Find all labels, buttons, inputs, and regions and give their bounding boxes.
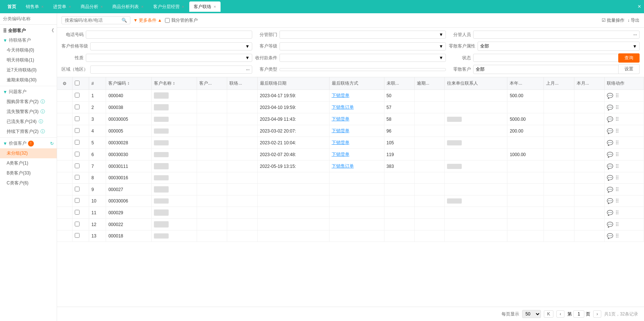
comment-icon[interactable]: 💬	[607, 210, 613, 216]
grid-action-icon[interactable]: ⠿	[615, 222, 619, 227]
prev-page-btn[interactable]: ‹	[556, 310, 564, 318]
row-checkbox[interactable]	[75, 116, 80, 121]
select-all-checkbox[interactable]	[75, 81, 80, 85]
sidebar-group-problem[interactable]: ▼ 问题客户	[0, 87, 57, 97]
grid-action-icon[interactable]: ⠿	[615, 210, 619, 216]
last-month-col-header[interactable]: 上月...	[544, 77, 574, 90]
tab-bar-close[interactable]: ×	[638, 3, 641, 10]
more-conditions-btn[interactable]: ▼ 更多条件 ▲	[133, 17, 162, 24]
per-page-select[interactable]: 50 100	[522, 310, 541, 318]
contact-method-link[interactable]: 下销货单	[332, 128, 349, 133]
grid-action-icon[interactable]: ⠿	[615, 163, 619, 169]
comment-icon[interactable]: 💬	[607, 152, 613, 158]
grid-action-icon[interactable]: ⠿	[615, 187, 619, 193]
sidebar-all-customers[interactable]: ⠿ 全部客户 《	[0, 25, 57, 35]
sidebar-item-unclassified[interactable]: 未分组(32)	[0, 148, 57, 158]
last-contact-method-col-header[interactable]: 最后联络方式	[329, 77, 384, 90]
overdue-col-header[interactable]: 逾期...	[414, 77, 444, 90]
row-checkbox[interactable]	[75, 152, 80, 156]
search-input[interactable]	[65, 18, 120, 23]
comment-icon[interactable]: 💬	[607, 233, 613, 239]
tab-product-analysis-list[interactable]: 商品分析列表 ×	[108, 1, 148, 12]
sidebar-item-7days[interactable]: 近7天待联络(0)	[0, 65, 57, 75]
grid-action-icon[interactable]: ⠿	[615, 152, 619, 158]
next-page-btn[interactable]: ›	[593, 310, 601, 318]
row-checkbox[interactable]	[75, 140, 80, 145]
sidebar-item-overdue[interactable]: 逾期未联络(30)	[0, 75, 57, 85]
comment-icon[interactable]: 💬	[607, 198, 613, 204]
tab-customer-segment-close[interactable]: ×	[182, 4, 184, 9]
code-col-header[interactable]: 客户编码 ↕	[106, 77, 151, 90]
tab-product-analysis-close[interactable]: ×	[101, 4, 103, 9]
row-checkbox[interactable]	[75, 198, 80, 203]
row-checkbox[interactable]	[75, 222, 80, 226]
sidebar-item-class-b[interactable]: B类客户(33)	[0, 168, 57, 178]
retail-customer-select[interactable]: 全部 ▼	[473, 65, 640, 74]
row-checkbox[interactable]	[75, 128, 80, 133]
grid-action-icon[interactable]: ⠿	[615, 93, 619, 99]
grid-action-icon[interactable]: ⠿	[615, 116, 619, 122]
customer-type-select[interactable]	[279, 68, 446, 71]
name-col-header[interactable]: 客户名称 ↕	[151, 77, 197, 90]
row-checkbox[interactable]	[75, 187, 80, 191]
comment-icon[interactable]: 💬	[607, 163, 613, 169]
property-select[interactable]: ▼	[86, 54, 252, 62]
tab-product-analysis[interactable]: 商品分析 ×	[76, 1, 107, 12]
retail-attr-select[interactable]: 全部 ▼	[478, 42, 640, 51]
batch-operation-btn[interactable]: ☑ 批量操作	[602, 17, 624, 24]
contact-method-link[interactable]: 下销货单	[332, 140, 349, 145]
query-button[interactable]: 查询	[618, 53, 640, 63]
tab-sales-close[interactable]: ×	[41, 4, 43, 9]
row-checkbox[interactable]	[75, 210, 80, 215]
sidebar-item-holding-order[interactable]: 持续下滑客户(2) ⓘ	[0, 127, 57, 137]
type-col-header[interactable]: 客户...	[197, 77, 227, 90]
customer-level-select[interactable]: ▼	[279, 42, 446, 50]
grid-action-icon[interactable]: ⠿	[615, 128, 619, 134]
my-customers-checkbox[interactable]	[165, 18, 170, 23]
sidebar-item-loss-risk[interactable]: 流失预警客户(3) ⓘ	[0, 107, 57, 117]
contact-col-header[interactable]: 联络...	[227, 77, 257, 90]
comment-icon[interactable]: 💬	[607, 128, 613, 134]
grid-action-icon[interactable]: ⠿	[615, 233, 619, 239]
sidebar-collapse-btn[interactable]: 《	[49, 28, 54, 34]
grid-action-icon[interactable]: ⠿	[615, 175, 619, 181]
tab-customer-contact-close[interactable]: ×	[214, 4, 216, 9]
this-year-col-header[interactable]: 本年...	[507, 77, 544, 90]
comment-icon[interactable]: 💬	[607, 140, 613, 146]
value-refresh-icon[interactable]: ↻	[50, 141, 54, 146]
sidebar-item-today[interactable]: 今天待联络(0)	[0, 45, 57, 55]
dept-select[interactable]: ▼	[279, 31, 446, 39]
comment-icon[interactable]: 💬	[607, 105, 613, 110]
contact-method-link[interactable]: 下销货单	[332, 116, 349, 121]
tab-customer-segment[interactable]: 客户分层经营 ×	[149, 1, 189, 12]
contact-method-link[interactable]: 下销售订单	[332, 163, 354, 169]
grid-action-icon[interactable]: ⠿	[615, 198, 619, 204]
tab-home[interactable]: 首页	[3, 1, 21, 12]
tab-purchase-close[interactable]: ×	[68, 4, 71, 9]
price-level-select[interactable]: ▼	[90, 42, 252, 50]
grid-action-icon[interactable]: ⠿	[615, 140, 619, 146]
sidebar-item-class-a[interactable]: A类客户(1)	[0, 158, 57, 168]
sidebar-item-class-c[interactable]: C类客户(6)	[0, 178, 57, 188]
row-checkbox[interactable]	[75, 163, 80, 168]
last-contact-date-col-header[interactable]: 最后联络日期	[257, 77, 329, 90]
reset-button[interactable]: 设置	[618, 64, 640, 74]
contact-method-link[interactable]: 下销货单	[332, 93, 349, 98]
comment-icon[interactable]: 💬	[607, 116, 613, 122]
tab-customer-contact[interactable]: 客户联络 ×	[189, 1, 220, 12]
comment-icon[interactable]: 💬	[607, 93, 613, 99]
manager-select[interactable]: ···	[473, 31, 640, 39]
comment-icon[interactable]: 💬	[607, 222, 613, 227]
first-page-btn[interactable]: K	[544, 310, 553, 318]
row-checkbox[interactable]	[75, 105, 80, 109]
contact-method-link[interactable]: 下销货单	[332, 152, 349, 157]
sidebar-item-lost[interactable]: 已流失客户(24) ⓘ	[0, 117, 57, 127]
contact-method-link[interactable]: 下销售订单	[332, 105, 354, 110]
grid-action-icon[interactable]: ⠿	[615, 105, 619, 110]
status-select[interactable]: ▼	[473, 54, 640, 62]
contact-person-col-header[interactable]: 往来单位联系人	[445, 77, 507, 90]
comment-icon[interactable]: 💬	[607, 175, 613, 181]
tab-product-analysis-list-close[interactable]: ×	[141, 4, 143, 9]
tab-purchase[interactable]: 进货单 ×	[49, 1, 75, 12]
export-btn[interactable]: ↓ 导出	[627, 17, 640, 24]
